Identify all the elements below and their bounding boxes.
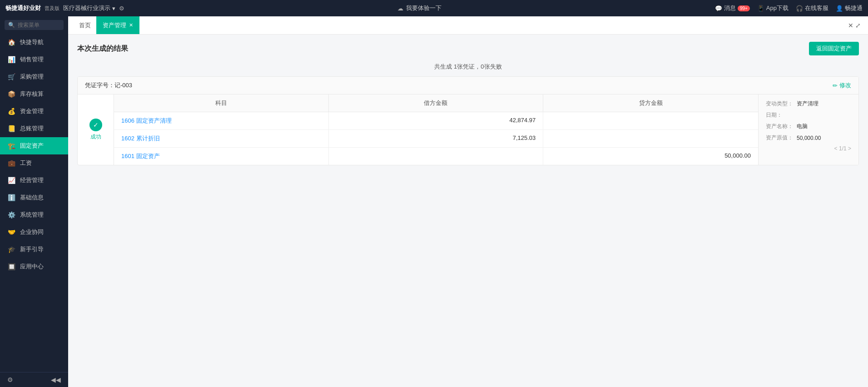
search-icon: 🔍 xyxy=(8,22,15,28)
company-name: 医疗器械行业演示 xyxy=(63,4,110,12)
apps-icon: 🔲 xyxy=(7,263,15,270)
user-action[interactable]: 👤 畅捷通 xyxy=(836,4,863,12)
page-indicator: 1/1 xyxy=(839,145,848,152)
back-to-fixed-assets-button[interactable]: 返回固定资产 xyxy=(809,42,859,55)
col-header-subject: 科目 xyxy=(114,94,329,112)
col-header-credit: 贷方金额 xyxy=(543,94,758,112)
sales-icon: 📊 xyxy=(7,56,15,63)
settings-icon[interactable]: ⚙ xyxy=(119,5,124,12)
voucher-table: 科目 借方金额 贷方金额 1606 固定资产清理 42,874.97 1602 … xyxy=(114,94,759,165)
sidebar-item-sales[interactable]: 📊 销售管理 xyxy=(0,51,68,68)
sidebar-item-ledger[interactable]: 📒 总账管理 xyxy=(0,120,68,137)
next-page-icon[interactable]: > xyxy=(848,145,851,152)
finance-icon: 💰 xyxy=(7,108,15,115)
success-icon: ✓ xyxy=(89,119,102,131)
page-content: 本次生成的结果 返回固定资产 共生成 1张凭证，0张失败 凭证字号：记-003 … xyxy=(68,35,868,387)
voucher-card: 凭证字号：记-003 ✏ 修改 ✓ 成功 xyxy=(77,76,859,165)
chevron-down-icon: ▾ xyxy=(112,5,115,12)
sidebar-item-quick-nav[interactable]: 🏠 快捷导航 xyxy=(0,34,68,51)
basic-info-icon: ℹ️ xyxy=(7,194,15,201)
user-icon: 👤 xyxy=(836,5,843,12)
online-service-action[interactable]: 🎧 在线客服 xyxy=(796,4,828,12)
search-box[interactable]: 🔍 xyxy=(5,20,64,30)
sidebar-item-operations[interactable]: 📈 经营管理 xyxy=(0,172,68,189)
sidebar-item-guide[interactable]: 🎓 新手引导 xyxy=(0,241,68,258)
header-center: ☁ 我要体验一下 xyxy=(397,4,441,12)
main-layout: 🔍 🏠 快捷导航 📊 销售管理 🛒 采购管理 📦 库存核算 xyxy=(0,16,868,387)
sidebar-item-label: 系统管理 xyxy=(20,211,44,219)
sidebar-item-finance[interactable]: 💰 资金管理 xyxy=(0,103,68,120)
sidebar-item-label: 企业协同 xyxy=(20,228,44,236)
edit-button[interactable]: ✏ 修改 xyxy=(833,81,851,89)
tab-close-icon[interactable]: ✕ xyxy=(129,22,133,28)
voucher-side-panel: 变动类型： 资产清理 日期： 资产名称： 电脑 资产原值： xyxy=(759,94,858,165)
app-download-label: App下载 xyxy=(766,4,789,12)
sidebar-item-basic-info[interactable]: ℹ️ 基础信息 xyxy=(0,189,68,206)
tab-asset-management[interactable]: 资产管理 ✕ xyxy=(96,16,139,34)
fixed-assets-icon: 🏗️ xyxy=(7,142,15,149)
voucher-status-col: ✓ 成功 xyxy=(78,94,114,165)
sidebar-item-apps[interactable]: 🔲 应用中心 xyxy=(0,258,68,275)
table-row: 1602 累计折旧 7,125.03 xyxy=(114,130,758,148)
subject-cell-0[interactable]: 1606 固定资产清理 xyxy=(114,112,329,129)
company-selector[interactable]: 医疗器械行业演示 ▾ xyxy=(63,4,115,12)
sidebar-item-label: 采购管理 xyxy=(20,73,44,81)
tab-bar: 首页 资产管理 ✕ ✕ ⤢ xyxy=(68,16,868,35)
panel-close-button[interactable]: ✕ xyxy=(848,22,853,29)
tab-home[interactable]: 首页 xyxy=(75,21,94,30)
home-icon: 🏠 xyxy=(7,39,15,46)
system-icon: ⚙️ xyxy=(7,211,15,218)
subject-cell-2[interactable]: 1601 固定资产 xyxy=(114,148,329,165)
payroll-icon: 💼 xyxy=(7,159,15,167)
settings-bottom-icon[interactable]: ⚙ xyxy=(7,376,13,383)
sidebar-item-fixed-assets[interactable]: 🏗️ 固定资产 xyxy=(0,137,68,154)
online-service-label: 在线客服 xyxy=(805,4,828,12)
page-title: 本次生成的结果 xyxy=(77,44,128,54)
sidebar-item-enterprise[interactable]: 🤝 企业协同 xyxy=(0,223,68,241)
sidebar-item-inventory[interactable]: 📦 库存核算 xyxy=(0,85,68,103)
debit-cell-1: 7,125.03 xyxy=(329,130,544,147)
sidebar-item-label: 固定资产 xyxy=(20,142,44,150)
collapse-icon[interactable]: ◀◀ xyxy=(51,376,61,383)
pagination[interactable]: < 1/1 > xyxy=(766,145,851,152)
subject-cell-1[interactable]: 1602 累计折旧 xyxy=(114,130,329,147)
sidebar-item-system[interactable]: ⚙️ 系统管理 xyxy=(0,206,68,223)
change-type-row: 变动类型： 资产清理 xyxy=(766,100,851,108)
sidebar-item-label: 库存核算 xyxy=(20,90,44,98)
service-icon: 🎧 xyxy=(796,5,803,12)
enterprise-icon: 🤝 xyxy=(7,228,15,236)
voucher-body: ✓ 成功 科目 借方金额 贷方金额 1606 固定资产清理 42,874.97 xyxy=(78,94,858,165)
top-header: 畅捷通好业财 普及版 医疗器械行业演示 ▾ ⚙ ☁ 我要体验一下 💬 消息 99… xyxy=(0,0,868,16)
date-row: 日期： xyxy=(766,111,851,119)
original-value-label: 资产原值： xyxy=(766,134,793,142)
sidebar-item-payroll[interactable]: 💼 工资 xyxy=(0,154,68,172)
success-text: 成功 xyxy=(90,133,101,141)
app-logo: 畅捷通好业财 xyxy=(5,4,41,12)
sidebar-item-label: 销售管理 xyxy=(20,55,44,64)
asset-name-row: 资产名称： 电脑 xyxy=(766,123,851,130)
col-header-debit: 借方金额 xyxy=(329,94,544,112)
sidebar-item-label: 经营管理 xyxy=(20,176,44,184)
change-type-value: 资产清理 xyxy=(797,100,818,108)
panel-expand-button[interactable]: ⤢ xyxy=(855,22,861,29)
original-value-row: 资产原值： 50,000.00 xyxy=(766,134,851,142)
sidebar-item-purchase[interactable]: 🛒 采购管理 xyxy=(0,68,68,85)
messages-badge: 99+ xyxy=(738,5,750,11)
app-version: 普及版 xyxy=(45,5,60,12)
search-input[interactable] xyxy=(18,22,60,28)
download-icon: 📱 xyxy=(757,5,764,12)
sidebar-item-label: 应用中心 xyxy=(20,263,44,271)
credit-cell-0 xyxy=(543,112,758,129)
credit-cell-1 xyxy=(543,130,758,147)
sidebar-item-label: 快捷导航 xyxy=(20,38,44,46)
original-value-value: 50,000.00 xyxy=(797,135,821,141)
sidebar-item-label: 总账管理 xyxy=(20,124,44,133)
experience-button[interactable]: 我要体验一下 xyxy=(406,4,441,12)
prev-page-icon[interactable]: < xyxy=(834,145,838,152)
sidebar-item-label: 资金管理 xyxy=(20,107,44,115)
messages-action[interactable]: 💬 消息 99+ xyxy=(715,4,750,12)
sidebar-bottom: ⚙ ◀◀ xyxy=(0,372,68,387)
header-right: 💬 消息 99+ 📱 App下载 🎧 在线客服 👤 畅捷通 xyxy=(715,4,863,12)
header-left: 畅捷通好业财 普及版 医疗器械行业演示 ▾ ⚙ xyxy=(5,4,124,12)
app-download-action[interactable]: 📱 App下载 xyxy=(757,4,789,12)
